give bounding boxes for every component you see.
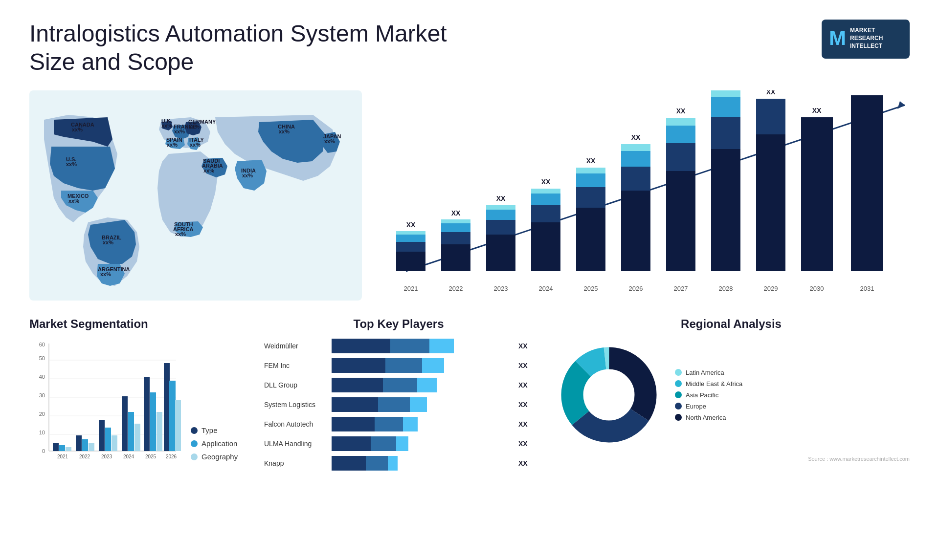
svg-rect-66 <box>576 173 605 187</box>
segmentation-title: Market Segmentation <box>29 317 245 331</box>
svg-rect-79 <box>666 118 695 126</box>
svg-rect-76 <box>666 171 695 271</box>
svg-text:2023: 2023 <box>101 454 112 459</box>
svg-text:XX: XX <box>586 157 596 165</box>
svg-text:xx%: xx% <box>72 127 83 132</box>
bar-chart-svg: XX 2021 XX 2022 XX 2023 <box>381 90 919 301</box>
svg-rect-130 <box>156 412 162 451</box>
player-row: FEM Inc XX <box>264 358 533 373</box>
svg-rect-72 <box>621 151 650 167</box>
svg-text:XX: XX <box>541 178 551 186</box>
svg-text:xx%: xx% <box>203 168 214 173</box>
svg-rect-117 <box>82 439 88 451</box>
svg-text:2029: 2029 <box>764 285 778 292</box>
bar-seg2 <box>385 358 422 373</box>
bar-seg2 <box>366 456 388 471</box>
svg-rect-40 <box>396 252 425 271</box>
regional-dot <box>675 391 682 398</box>
svg-text:20: 20 <box>39 411 45 417</box>
page-title: Intralogistics Automation System Market … <box>29 20 470 76</box>
svg-text:xx%: xx% <box>189 124 200 129</box>
svg-text:xx%: xx% <box>174 129 185 134</box>
svg-text:XX: XX <box>406 221 416 229</box>
legend-application: Application <box>191 439 238 448</box>
svg-rect-52 <box>486 235 515 271</box>
svg-rect-46 <box>441 244 470 271</box>
svg-rect-55 <box>486 205 515 210</box>
source-text: Source : www.marketresearchintellect.com <box>553 456 910 462</box>
bar-seg3 <box>396 436 408 451</box>
bottom-row: Market Segmentation 0 10 20 30 40 50 60 <box>29 317 910 475</box>
bar-seg2 <box>371 436 396 451</box>
svg-text:XX: XX <box>496 194 506 202</box>
seg-container: 0 10 20 30 40 50 60 <box>29 339 245 471</box>
regional-legend-item: North America <box>675 414 742 421</box>
player-xx: XX <box>518 420 533 428</box>
svg-text:2030: 2030 <box>810 285 824 292</box>
bar-seg2 <box>375 417 403 431</box>
svg-text:2031: 2031 <box>860 285 874 292</box>
player-xx: XX <box>518 362 533 369</box>
svg-text:2023: 2023 <box>494 285 508 292</box>
players-list: Weidmüller XX FEM Inc XX <box>264 339 533 471</box>
player-name: FEM Inc <box>264 362 328 369</box>
regional-dot <box>675 369 682 376</box>
regional-dot <box>675 414 682 421</box>
svg-rect-53 <box>486 220 515 235</box>
svg-text:2027: 2027 <box>674 285 688 292</box>
bar-seg3 <box>422 358 444 373</box>
svg-rect-134 <box>175 400 181 451</box>
player-xx: XX <box>518 342 533 350</box>
svg-rect-64 <box>576 208 605 271</box>
svg-text:2022: 2022 <box>79 454 90 459</box>
svg-rect-133 <box>169 381 176 451</box>
bar-seg3 <box>429 339 454 353</box>
svg-rect-78 <box>666 126 695 143</box>
bar-chart-section: XX 2021 XX 2022 XX 2023 <box>381 90 919 302</box>
svg-text:50: 50 <box>39 355 45 361</box>
regional-legend-label: North America <box>686 414 726 421</box>
player-bar <box>332 339 514 353</box>
player-bar <box>332 436 514 451</box>
svg-rect-41 <box>396 242 425 252</box>
legend-dot-type <box>191 427 198 434</box>
legend-label-application: Application <box>201 439 237 448</box>
regional-legend-label: Asia Pacific <box>686 391 718 399</box>
svg-rect-118 <box>89 443 94 451</box>
svg-text:30: 30 <box>39 392 45 398</box>
regional-container: Latin America Middle East & Africa Asia … <box>553 339 910 451</box>
svg-rect-126 <box>134 424 140 451</box>
svg-text:M: M <box>829 26 846 49</box>
svg-text:xx%: xx% <box>161 123 172 129</box>
svg-rect-129 <box>150 392 156 451</box>
svg-rect-113 <box>59 445 65 451</box>
bar-seg2 <box>383 378 417 392</box>
player-bar <box>332 456 514 471</box>
bar-seg1 <box>332 436 371 451</box>
svg-text:RESEARCH: RESEARCH <box>850 35 883 42</box>
svg-text:XX: XX <box>862 90 872 92</box>
svg-rect-61 <box>531 189 560 194</box>
svg-rect-121 <box>105 428 111 451</box>
player-bar <box>332 358 514 373</box>
svg-text:60: 60 <box>39 342 45 347</box>
top-players: Top Key Players Weidmüller XX FEM Inc <box>264 317 533 475</box>
svg-rect-88 <box>756 99 785 134</box>
svg-text:xx%: xx% <box>66 161 77 167</box>
player-name: Falcon Autotech <box>264 420 328 428</box>
legend-label-type: Type <box>201 426 218 434</box>
regional-legend-label: Middle East & Africa <box>686 380 742 388</box>
svg-text:2026: 2026 <box>166 454 177 459</box>
bar-seg1 <box>332 358 385 373</box>
svg-text:2021: 2021 <box>404 285 418 292</box>
bar-seg2 <box>390 339 429 353</box>
svg-text:xx%: xx% <box>279 129 290 134</box>
regional-legend-item: Europe <box>675 403 742 410</box>
svg-text:2026: 2026 <box>629 285 643 292</box>
svg-text:2022: 2022 <box>449 285 463 292</box>
svg-rect-42 <box>396 235 425 242</box>
bar-seg3 <box>410 397 427 412</box>
svg-text:XX: XX <box>451 209 461 217</box>
svg-text:2024: 2024 <box>539 285 553 292</box>
svg-rect-92 <box>851 95 883 271</box>
